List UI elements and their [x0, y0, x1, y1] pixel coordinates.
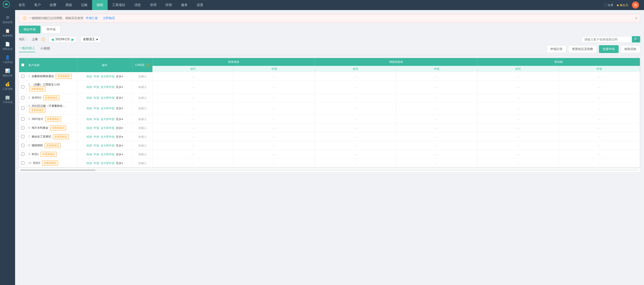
row-op-more-1[interactable]: 更多▾: [116, 85, 123, 89]
date-next-button[interactable]: ▶: [71, 37, 74, 41]
search-button[interactable]: 🔍: [632, 36, 640, 42]
row-client-name-7[interactable]: 辅助期初: [32, 144, 43, 147]
row-client-name-9[interactable]: 科目2: [33, 161, 40, 164]
row-op-declare-9[interactable]: 申报: [94, 161, 99, 165]
row-op-more-5[interactable]: 更多▾: [116, 126, 123, 130]
row-op-declare-8[interactable]: 申报: [94, 153, 99, 156]
ca-info-icon[interactable]: C: [146, 64, 150, 67]
date-prev-button[interactable]: ◀: [51, 37, 54, 41]
row-op-more-7[interactable]: 更多▾: [116, 144, 123, 148]
row-op-taxform-2[interactable]: 税表: [87, 96, 92, 100]
row-op-more-9[interactable]: 更多▾: [116, 161, 123, 165]
nav-business[interactable]: 工商项目: [108, 0, 130, 10]
row-op-zero-7[interactable]: 设为零申报: [101, 144, 114, 148]
row-op-declare-2[interactable]: 申报: [94, 96, 99, 100]
row-op-declare-3[interactable]: 申报: [94, 107, 99, 110]
row-op-zero-4[interactable]: 设为零申报: [101, 117, 114, 121]
row-op-taxform-0[interactable]: 税表: [87, 75, 92, 78]
row-op-taxform-8[interactable]: 税表: [87, 153, 92, 156]
scrollbar-thumb[interactable]: [20, 169, 96, 171]
row-op-taxform-6[interactable]: 税表: [87, 135, 92, 139]
update-settings-button[interactable]: 更新统定及取数: [568, 45, 597, 53]
nav-settings[interactable]: 设置: [192, 0, 208, 10]
row-op-zero-8[interactable]: 设为零申报: [101, 153, 114, 156]
nav-accounting[interactable]: 记账: [76, 0, 92, 10]
declaration-records-button[interactable]: 申报记录: [547, 45, 566, 53]
row-op-taxform-5[interactable]: 税表: [87, 126, 92, 130]
nav-manage[interactable]: 管理: [145, 0, 161, 10]
tab-tax-declaration[interactable]: 税款申报: [19, 26, 41, 33]
staff-selector[interactable]: 全部员工 ▾: [80, 36, 101, 43]
sidebar-item-batch-tax[interactable]: 📋 批量报税: [0, 26, 15, 39]
sidebar-item-personal-tax[interactable]: 👤 个税申报: [0, 53, 15, 66]
select-all-checkbox[interactable]: [21, 63, 24, 67]
row-op-more-8[interactable]: 更多▾: [116, 153, 123, 156]
nav-client[interactable]: 客户: [30, 0, 45, 10]
row-op-taxform-7[interactable]: 税表: [87, 144, 92, 148]
nav-fee[interactable]: 收费: [45, 0, 61, 10]
row-op-more-6[interactable]: 更多▾: [116, 135, 123, 139]
row-check-8[interactable]: [21, 153, 24, 156]
row-op-declare-1[interactable]: 申报: [94, 85, 99, 89]
sidebar-item-settlement[interactable]: 💰 汇算清缴: [0, 79, 15, 92]
row-op-declare-4[interactable]: 申报: [94, 117, 99, 121]
row-client-name-3[interactable]: 2013日记账（不要删除给...: [32, 104, 65, 107]
row-check-5[interactable]: [21, 126, 24, 129]
banner-link-buy[interactable]: 立即购买: [103, 16, 115, 20]
row-op-more-2[interactable]: 更多▾: [116, 96, 123, 100]
nav-message[interactable]: 消息: [130, 0, 145, 10]
row-op-zero-5[interactable]: 设为零申报: [101, 126, 114, 130]
row-check-2[interactable]: [21, 96, 24, 99]
batch-declare-button[interactable]: 批量申报: [599, 45, 619, 53]
get-receipt-button[interactable]: 收取回执: [621, 45, 640, 53]
row-check-1[interactable]: [21, 85, 24, 88]
sub-tab-general[interactable]: 一般的税人: [19, 46, 35, 52]
row-client-name-8[interactable]: 科目1: [32, 153, 39, 156]
row-op-taxform-1[interactable]: 税表: [87, 85, 92, 89]
vip-button[interactable]: ▶ 畅会员: [617, 3, 628, 7]
row-op-taxform-4[interactable]: 税表: [87, 117, 92, 121]
row-check-3[interactable]: [21, 107, 24, 110]
banner-close-button[interactable]: ×: [635, 16, 637, 21]
row-client-name-1[interactable]: （勿删）江西股宝-LSS: [32, 83, 60, 86]
fullscreen-button[interactable]: ⛶ 全屏: [604, 3, 613, 7]
sidebar-item-tax-overview[interactable]: 📄 报税总览: [0, 39, 15, 53]
sub-tab-small-scale[interactable]: 小规模: [40, 46, 50, 52]
logo[interactable]: [3, 1, 12, 10]
row-check-9[interactable]: [21, 161, 24, 165]
banner-link-declaration[interactable]: 申报汇签: [86, 16, 98, 20]
row-op-declare-7[interactable]: 申报: [94, 144, 99, 148]
row-client-name-5[interactable]: 地方水利基金: [32, 126, 48, 129]
row-op-zero-0[interactable]: 设为零申报: [101, 75, 114, 78]
horizontal-scrollbar[interactable]: [19, 168, 640, 172]
nav-operation[interactable]: 经营: [161, 0, 177, 10]
row-op-more-0[interactable]: 更多▾: [116, 75, 123, 78]
row-op-zero-2[interactable]: 设为零申报: [101, 96, 114, 100]
nav-service[interactable]: 服务: [177, 0, 192, 10]
row-client-name-2[interactable]: 合作社1: [32, 96, 42, 99]
row-client-name-0[interactable]: 勿删新税网络通信: [32, 75, 54, 78]
row-op-declare-0[interactable]: 申报: [94, 75, 99, 78]
nav-home[interactable]: 首页: [14, 0, 30, 10]
sidebar-item-tax-records[interactable]: 📊 报税记录: [0, 66, 15, 79]
search-input[interactable]: [582, 36, 632, 43]
nav-tax[interactable]: 报税: [92, 0, 108, 10]
row-check-7[interactable]: [21, 144, 24, 147]
row-op-taxform-9[interactable]: 税表: [87, 161, 92, 165]
row-check-6[interactable]: [21, 135, 24, 138]
user-avatar[interactable]: 用: [632, 2, 639, 9]
row-op-zero-6[interactable]: 设为零申报: [101, 135, 114, 139]
row-client-name-4[interactable]: 2007会计: [32, 117, 43, 120]
row-client-name-6[interactable]: 杨仙女工资测试: [32, 135, 51, 138]
region-info-icon[interactable]: i: [42, 38, 45, 41]
row-op-declare-6[interactable]: 申报: [94, 135, 99, 139]
sidebar-item-tax-settings[interactable]: ⚙ 报税设置: [0, 13, 15, 26]
row-op-more-4[interactable]: 更多▾: [116, 117, 123, 121]
row-op-declare-5[interactable]: 申报: [94, 126, 99, 130]
row-check-4[interactable]: [21, 117, 24, 121]
row-op-zero-3[interactable]: 设为零申报: [101, 107, 114, 110]
row-op-zero-1[interactable]: 设为零申报: [101, 85, 114, 89]
row-op-more-3[interactable]: 更多▾: [116, 107, 123, 110]
nav-invoice[interactable]: 票据: [61, 0, 76, 10]
tab-zero-declaration[interactable]: 零申报: [42, 26, 60, 33]
